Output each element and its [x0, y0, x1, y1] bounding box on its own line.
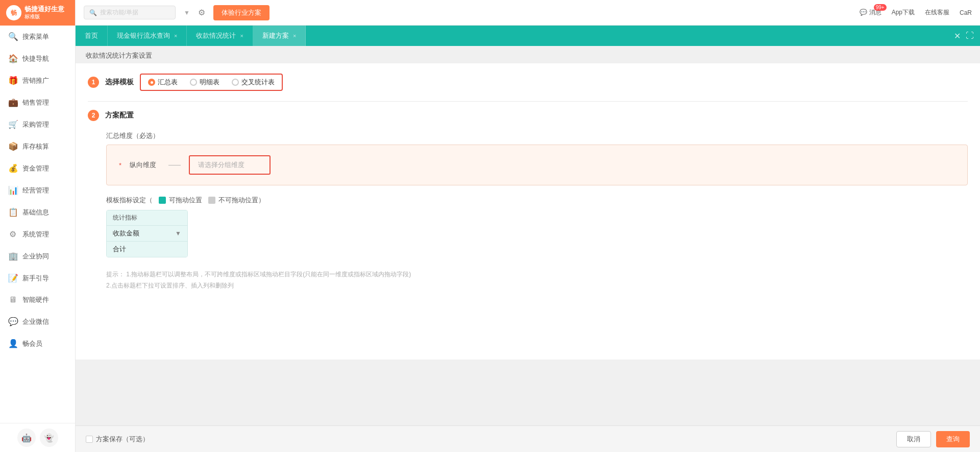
tab-expand-icon[interactable]: ⛶ — [966, 31, 974, 40]
notification-bell[interactable]: 💬 消息 99+ — [860, 8, 881, 17]
sidebar-item-finance[interactable]: 💰 资金管理 — [0, 157, 75, 179]
inventory-icon: 📦 — [8, 141, 17, 151]
tip-line2: 2.点击标题栏下拉可设置排序、插入列和删除列 — [106, 280, 968, 292]
industry-plan-button[interactable]: 体验行业方案 — [213, 5, 270, 20]
search-menu-icon: 🔍 — [8, 32, 17, 41]
dimension-selector[interactable]: 请选择分组维度 — [189, 155, 271, 175]
sidebar-item-system[interactable]: ⚙ 系统管理 — [0, 223, 75, 245]
tab-home-label: 首页 — [85, 31, 98, 40]
sidebar-item-inventory[interactable]: 📦 库存核算 — [0, 135, 75, 157]
save-checkbox[interactable] — [86, 436, 93, 443]
logo-text: 畅捷通好生意 — [24, 5, 64, 13]
radio-summary[interactable]: 汇总表 — [148, 78, 178, 87]
tabs-actions: ✕ ⛶ — [954, 31, 980, 41]
save-option[interactable]: 方案保存（可选） — [86, 435, 149, 444]
tab-cashflow-label: 现金银行流水查询 — [117, 31, 170, 40]
cancel-button[interactable]: 取消 — [896, 431, 931, 447]
member-icon: 👤 — [8, 339, 17, 348]
sidebar-item-quick-nav[interactable]: 🏠 快捷导航 — [0, 47, 75, 69]
radio-cross[interactable]: 交叉统计表 — [232, 78, 275, 87]
non-draggable-toggle: 不可拖动位置） — [208, 196, 265, 205]
metrics-area-title: 统计指标 — [107, 210, 187, 226]
logo-sub: 标准版 — [24, 13, 64, 20]
tips-section: 提示： 1.拖动标题栏可以调整布局，不可跨维度或指标区域拖动栏目字段(只能在同一… — [106, 269, 968, 291]
sidebar-item-basic-info[interactable]: 📋 基础信息 — [0, 201, 75, 223]
radio-summary-label: 汇总表 — [158, 78, 178, 87]
finance-icon: 💰 — [8, 163, 17, 173]
sidebar-item-label: 系统管理 — [22, 230, 49, 239]
tab-new-plan-label: 新建方案 — [262, 31, 289, 40]
step2-row: 2 方案配置 — [88, 110, 968, 121]
radio-detail[interactable]: 明细表 — [190, 78, 219, 87]
sidebar-item-label: 快捷导航 — [22, 54, 49, 63]
app-download-link[interactable]: App下载 — [892, 8, 915, 17]
step1-badge: 1 — [88, 77, 99, 88]
sidebar-item-guide[interactable]: 📝 新手引导 — [0, 267, 75, 289]
content-card: 1 选择模板 汇总表 明细表 交叉统计表 — [76, 63, 980, 360]
tabs-bar: 首页 现金银行流水查询 × 收款情况统计 × 新建方案 × ✕ ⛶ — [76, 26, 980, 46]
main-area: 🔍 搜索功能/单据 ▼ ⚙ 体验行业方案 💬 消息 99+ App下载 在线客服… — [76, 0, 980, 452]
metric-item-collection[interactable]: 收款金额 ▼ — [107, 226, 187, 242]
step1-label: 选择模板 — [105, 78, 134, 87]
sidebar-item-purchase[interactable]: 🛒 采购管理 — [0, 113, 75, 135]
save-label: 方案保存（可选） — [96, 435, 149, 444]
tab-close-icon[interactable]: ✕ — [954, 31, 961, 41]
vertical-dim-label: 纵向维度 — [130, 160, 160, 170]
step2-label: 方案配置 — [105, 111, 134, 120]
divider1 — [88, 101, 968, 102]
settings-icon[interactable]: ⚙ — [198, 8, 205, 17]
sidebar-item-enterprise[interactable]: 🏢 企业协同 — [0, 245, 75, 267]
metric-dropdown-icon[interactable]: ▼ — [175, 230, 181, 237]
tab-cashflow-close[interactable]: × — [174, 33, 177, 39]
sidebar-item-wechat[interactable]: 💬 企业微信 — [0, 311, 75, 332]
sidebar-item-label: 资金管理 — [22, 164, 49, 173]
non-draggable-label: 不可拖动位置） — [218, 196, 265, 205]
top-header: 🔍 搜索功能/单据 ▼ ⚙ 体验行业方案 💬 消息 99+ App下载 在线客服… — [76, 0, 980, 26]
page-title: 收款情况统计方案设置 — [76, 46, 980, 63]
sidebar-item-label: 采购管理 — [22, 120, 49, 129]
sidebar-item-hardware[interactable]: 🖥 智能硬件 — [0, 289, 75, 311]
header-dropdown-arrow[interactable]: ▼ — [184, 9, 190, 16]
template-radio-group: 汇总表 明细表 交叉统计表 — [140, 74, 283, 91]
bot-icon-right[interactable]: 👻 — [40, 429, 58, 447]
sidebar-item-marketing[interactable]: 🎁 营销推广 — [0, 69, 75, 91]
step1-row: 1 选择模板 汇总表 明细表 交叉统计表 — [88, 74, 968, 91]
wechat-icon: 💬 — [8, 317, 17, 326]
enterprise-icon: 🏢 — [8, 251, 17, 261]
bot-icon-left[interactable]: 🤖 — [17, 429, 36, 447]
tab-new-plan-close[interactable]: × — [293, 33, 296, 39]
radio-summary-circle — [148, 79, 155, 86]
tab-new-plan[interactable]: 新建方案 × — [253, 26, 306, 46]
sidebar-item-label: 畅会员 — [22, 339, 42, 348]
metric-item-name: 收款金额 — [113, 229, 139, 238]
operations-icon: 📊 — [8, 185, 17, 195]
tab-collection-stats-close[interactable]: × — [240, 33, 243, 39]
sidebar-bottom: 🤖 👻 — [0, 423, 75, 452]
sidebar-item-operations[interactable]: 📊 经营管理 — [0, 179, 75, 201]
sidebar-item-label: 库存核算 — [22, 142, 49, 151]
tip-line1: 提示： 1.拖动标题栏可以调整布局，不可跨维度或指标区域拖动栏目字段(只能在同一… — [106, 269, 968, 280]
notification-badge: 99+ — [874, 4, 887, 11]
vertical-dimension-row: * 纵向维度 —— 请选择分组维度 — [119, 155, 955, 175]
tab-collection-stats-label: 收款情况统计 — [196, 31, 236, 40]
sidebar-item-label: 搜索菜单 — [22, 32, 49, 41]
header-right: 💬 消息 99+ App下载 在线客服 CaR — [860, 8, 972, 17]
query-button[interactable]: 查询 — [936, 431, 970, 447]
sidebar-item-label: 企业微信 — [22, 317, 49, 326]
sidebar-nav: 🔍 搜索菜单 🏠 快捷导航 🎁 营销推广 💼 销售管理 🛒 采购管理 📦 库存核… — [0, 26, 75, 423]
tab-home[interactable]: 首页 — [76, 26, 108, 46]
user-name[interactable]: CaR — [960, 9, 972, 16]
tab-collection-stats[interactable]: 收款情况统计 × — [187, 26, 253, 46]
tab-cashflow[interactable]: 现金银行流水查询 × — [108, 26, 187, 46]
sidebar-item-member[interactable]: 👤 畅会员 — [0, 332, 75, 354]
quick-nav-icon: 🏠 — [8, 54, 17, 63]
marketing-icon: 🎁 — [8, 76, 17, 85]
sidebar-item-search-menu[interactable]: 🔍 搜索菜单 — [0, 26, 75, 47]
sidebar-item-label: 经营管理 — [22, 186, 49, 195]
header-search[interactable]: 🔍 搜索功能/单据 — [84, 6, 176, 19]
sidebar-item-sales[interactable]: 💼 销售管理 — [0, 91, 75, 113]
draggable-label: 可拖动位置 — [169, 196, 202, 205]
dimension-arrow: —— — [168, 161, 181, 169]
online-support-link[interactable]: 在线客服 — [925, 8, 949, 17]
dimension-container: 汇总维度（必选） * 纵向维度 —— 请选择分组维度 模板指标设定（ — [88, 131, 968, 291]
